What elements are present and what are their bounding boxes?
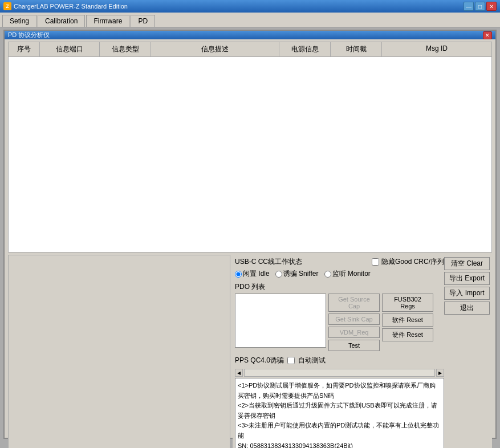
col-power-header: 电源信息: [279, 42, 331, 56]
radio-idle-label: 闲置 Idle: [243, 269, 270, 279]
pps-section: PPS QC4.0诱骗 自动测试: [235, 353, 444, 368]
app-icon: Z: [3, 2, 11, 10]
minimize-button[interactable]: —: [464, 2, 474, 11]
pdo-section: PDO 列表 Get Source Cap Get Sink Cap VDM_R…: [235, 282, 444, 351]
maximize-button[interactable]: □: [475, 2, 485, 11]
pdo-content: Get Source Cap Get Sink Cap VDM_Req Test…: [235, 294, 444, 351]
menu-tab-pd[interactable]: PD: [131, 15, 155, 27]
log-line-3: <3>未注册用户可能使用仪表内置的PD测试功能，不能享有上位机完整功能: [238, 421, 441, 441]
radio-monitor: 监听 Monitor: [324, 269, 371, 279]
col-msgid-header: Msg ID: [382, 42, 491, 56]
controls-main: USB-C CC线工作状态 隐藏Good CRC/序列 闲置 Idle: [235, 257, 444, 448]
test-button[interactable]: Test: [328, 340, 380, 351]
pps-label: PPS QC4.0诱骗: [235, 356, 284, 365]
log-line-2: <2>当获取到密钥后通过升级固件方式下载到USB表即可以完成注册，请妥善保存密钥: [238, 401, 441, 421]
scrollbar-track[interactable]: [244, 369, 435, 377]
title-bar-left: Z ChargerLAB POWER-Z Standard Edition: [3, 2, 128, 10]
radio-sniffer-input[interactable]: [275, 271, 282, 278]
cc-status-label: USB-C CC线工作状态: [235, 257, 302, 267]
get-sink-cap-button[interactable]: Get Sink Cap: [328, 313, 380, 325]
clear-button[interactable]: 清空 Clear: [444, 257, 490, 270]
cc-status-row: USB-C CC线工作状态 隐藏Good CRC/序列 闲置 Idle: [235, 257, 490, 448]
close-button[interactable]: ✕: [486, 2, 497, 11]
window-controls: — □ ✕: [464, 2, 497, 11]
right-panel: USB-C CC线工作状态 隐藏Good CRC/序列 闲置 Idle: [233, 255, 492, 448]
exit-button[interactable]: 退出: [444, 302, 490, 315]
table-body: [9, 57, 491, 252]
col-desc-header: 信息描述: [151, 42, 279, 56]
menu-tab-calibration[interactable]: Calibration: [38, 15, 85, 27]
bottom-panel: USB-C CC线工作状态 隐藏Good CRC/序列 闲置 Idle: [8, 255, 492, 448]
radio-monitor-input[interactable]: [324, 271, 331, 278]
radio-idle: 闲置 Idle: [235, 269, 270, 279]
radio-sniffer: 诱骗 Sniffer: [275, 269, 319, 279]
col-type-header: 信息类型: [100, 42, 151, 56]
pdo-listbox[interactable]: [235, 294, 326, 348]
sub-window-title: PD 协议分析仪: [8, 31, 50, 39]
import-button[interactable]: 导入 Import: [444, 287, 490, 300]
side-buttons: 清空 Clear 导出 Export 导入 Import 退出: [444, 257, 490, 315]
radio-sniffer-label: 诱骗 Sniffer: [283, 269, 319, 279]
title-bar: Z ChargerLAB POWER-Z Standard Edition — …: [0, 0, 500, 13]
pdo-label: PDO 列表: [235, 282, 444, 292]
col-time-header: 时间截: [331, 42, 382, 56]
col-port-header: 信息端口: [40, 42, 100, 56]
left-panel: [8, 255, 230, 448]
scroll-left-arrow[interactable]: ◀: [235, 369, 243, 377]
pdo-right-col: FUSB302 Regs 软件 Reset 硬件 Reset: [382, 294, 433, 351]
menu-tab-firmware[interactable]: Firmware: [86, 15, 129, 27]
hard-reset-button[interactable]: 硬件 Reset: [382, 328, 433, 341]
right-controls: USB-C CC线工作状态 隐藏Good CRC/序列 闲置 Idle: [233, 255, 492, 448]
soft-reset-button[interactable]: 软件 Reset: [382, 313, 433, 327]
vdm-req-button[interactable]: VDM_Req: [328, 327, 380, 338]
pdo-buttons: Get Source Cap Get Sink Cap VDM_Req Test: [328, 294, 380, 351]
get-source-cap-button[interactable]: Get Source Cap: [328, 294, 380, 312]
scrollbar-area: ◀ ▶: [235, 369, 444, 377]
hide-crc-checkbox[interactable]: [372, 258, 379, 266]
log-area: <1>PD协议测试属于增值服务，如需要PD协议监控和嗅探请联系厂商购买密钥，购买…: [235, 378, 444, 448]
sub-window: PD 协议分析仪 ✕ 序号 信息端口 信息类型 信息描述 电源信息 时间截 Ms…: [3, 30, 497, 439]
fusb302-regs-button[interactable]: FUSB302 Regs: [382, 294, 433, 312]
hide-crc-label: 隐藏Good CRC/序列: [381, 257, 444, 267]
menu-tab-seting[interactable]: Seting: [2, 15, 36, 27]
log-line-4: SN: 05883138343133094138363B(24Bit): [238, 441, 441, 448]
data-table: 序号 信息端口 信息类型 信息描述 电源信息 时间截 Msg ID: [8, 42, 492, 252]
radio-idle-input[interactable]: [235, 271, 242, 278]
sub-title-bar: PD 协议分析仪 ✕: [5, 31, 495, 39]
table-header: 序号 信息端口 信息类型 信息描述 电源信息 时间截 Msg ID: [9, 42, 491, 57]
hide-crc-checkbox-group: 隐藏Good CRC/序列: [372, 257, 444, 267]
export-button[interactable]: 导出 Export: [444, 272, 490, 285]
auto-test-checkbox[interactable]: [287, 357, 295, 364]
menu-bar: Seting Calibration Firmware PD: [0, 13, 500, 27]
log-line-1: <1>PD协议测试属于增值服务，如需要PD协议监控和嗅探请联系厂商购买密钥，购买…: [238, 381, 441, 401]
radio-monitor-label: 监听 Monitor: [332, 269, 371, 279]
cc-top-row: USB-C CC线工作状态 隐藏Good CRC/序列: [235, 257, 444, 267]
auto-test-label: 自动测试: [298, 356, 326, 365]
scroll-right-arrow[interactable]: ▶: [436, 369, 444, 377]
col-seq-header: 序号: [9, 42, 40, 56]
radio-group: 闲置 Idle 诱骗 Sniffer 监听 Monitor: [235, 269, 444, 279]
app-title: ChargerLAB POWER-Z Standard Edition: [14, 3, 128, 10]
sub-close-button[interactable]: ✕: [483, 31, 492, 39]
